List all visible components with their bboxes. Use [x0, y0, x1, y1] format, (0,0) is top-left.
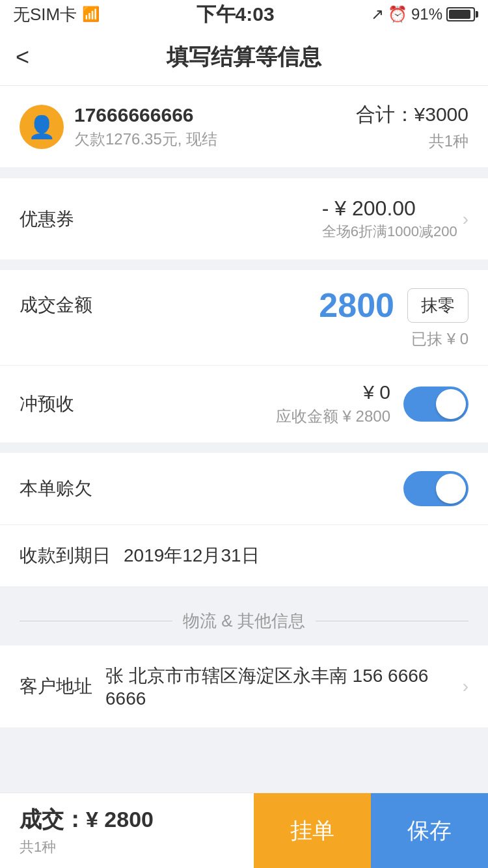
back-button[interactable]: <: [16, 44, 29, 71]
address-section[interactable]: 客户地址 张 北京市市辖区海淀区永丰南 156 6666 6666 ›: [0, 645, 488, 727]
amount-label: 成交金额: [20, 293, 92, 318]
coupon-description: 全场6折满1000减200: [322, 222, 457, 241]
amount-row: 成交金额 2800 抹零: [20, 286, 468, 325]
address-chevron-icon: ›: [463, 676, 468, 697]
status-bar: 无SIM卡 📶 下午4:03 ↗ ⏰ 91%: [0, 0, 488, 29]
transaction-amount: 2800: [319, 286, 394, 325]
customer-card: 👤 17666666666 欠款1276.35元, 现结 合计：¥3000 共1…: [0, 86, 488, 167]
prepay-values: ¥ 0 应收金额 ¥ 2800: [276, 381, 390, 427]
duedate-label: 收款到期日: [20, 543, 111, 568]
prepay-amount: ¥ 0: [276, 381, 390, 403]
prepay-row: 冲预收 ¥ 0 应收金额 ¥ 2800: [20, 381, 468, 427]
address-label: 客户地址: [20, 674, 92, 699]
prepay-section: 冲预收 ¥ 0 应收金额 ¥ 2800: [0, 365, 488, 442]
wifi-icon: 📶: [82, 6, 100, 23]
prepay-right: ¥ 0 应收金额 ¥ 2800: [276, 381, 468, 427]
prepay-toggle[interactable]: [403, 387, 468, 422]
debt-toggle[interactable]: [403, 471, 468, 506]
section-divider-1: [0, 260, 488, 270]
amount-sub-text: 已抹 ¥ 0: [20, 329, 468, 349]
logistics-divider: 物流 & 其他信息: [0, 597, 488, 645]
prepay-sub-text: 应收金额 ¥ 2800: [276, 406, 390, 427]
section-divider-2: [0, 442, 488, 453]
status-right: ↗ ⏰ 91%: [371, 5, 475, 23]
amount-right: 2800 抹零: [319, 286, 468, 325]
customer-left: 👤 17666666666 欠款1276.35元, 现结: [20, 104, 217, 150]
nav-bar: < 填写结算等信息: [0, 29, 488, 86]
bottom-deal-row: 成交：¥ 2800: [20, 805, 234, 835]
bottom-summary: 成交：¥ 2800 共1种: [0, 805, 254, 857]
deal-label: 成交：: [20, 807, 86, 832]
carrier-label: 无SIM卡: [13, 3, 77, 26]
chevron-right-icon: ›: [463, 209, 468, 230]
status-left: 无SIM卡 📶: [13, 3, 100, 26]
bottom-count: 共1种: [20, 837, 234, 857]
debt-section: 本单赊欠: [0, 453, 488, 524]
customer-row: 👤 17666666666 欠款1276.35元, 现结 合计：¥3000 共1…: [20, 102, 468, 152]
avatar: 👤: [20, 105, 64, 149]
customer-debt: 欠款1276.35元, 现结: [74, 129, 217, 150]
total-count: 共1种: [356, 131, 468, 152]
coupon-label: 优惠券: [20, 207, 74, 232]
duedate-value: 2019年12月31日: [124, 543, 260, 568]
duedate-section: 收款到期日 2019年12月31日: [0, 524, 488, 586]
coupon-right: - ¥ 200.00 全场6折满1000减200 ›: [322, 197, 468, 241]
customer-right: 合计：¥3000 共1种: [356, 102, 468, 152]
coupon-info: - ¥ 200.00 全场6折满1000减200: [322, 197, 457, 241]
location-icon: ↗: [371, 5, 384, 23]
hold-button[interactable]: 挂单: [254, 793, 371, 869]
round-button[interactable]: 抹零: [407, 288, 468, 323]
deal-amount: ¥ 2800: [86, 807, 154, 832]
coupon-row[interactable]: 优惠券 - ¥ 200.00 全场6折满1000减200 ›: [0, 178, 488, 260]
coupon-discount: - ¥ 200.00: [322, 197, 457, 221]
bottom-bar: 成交：¥ 2800 共1种 挂单 保存: [0, 793, 488, 868]
alarm-icon: ⏰: [388, 5, 407, 23]
battery-icon: [446, 7, 475, 21]
content: 👤 17666666666 欠款1276.35元, 现结 合计：¥3000 共1…: [0, 86, 488, 868]
page-title: 填写结算等信息: [167, 42, 321, 72]
avatar-icon: 👤: [28, 114, 55, 140]
debt-label: 本单赊欠: [20, 476, 92, 501]
divider-line-left: [20, 621, 172, 621]
prepay-label: 冲预收: [20, 392, 74, 416]
customer-info: 17666666666 欠款1276.35元, 现结: [74, 104, 217, 150]
logistics-label: 物流 & 其他信息: [183, 610, 305, 632]
section-divider-3: [0, 586, 488, 597]
battery-percent: 91%: [411, 5, 442, 23]
customer-phone: 17666666666: [74, 104, 217, 126]
duedate-row: 收款到期日 2019年12月31日: [20, 543, 468, 568]
address-value: 张 北京市市辖区海淀区永丰南 156 6666 6666: [105, 664, 463, 709]
total-amount: 合计：¥3000: [356, 102, 468, 128]
transaction-section: 成交金额 2800 抹零 已抹 ¥ 0: [0, 270, 488, 365]
save-button[interactable]: 保存: [371, 793, 488, 869]
status-time: 下午4:03: [197, 1, 275, 28]
divider-line-right: [316, 621, 468, 621]
